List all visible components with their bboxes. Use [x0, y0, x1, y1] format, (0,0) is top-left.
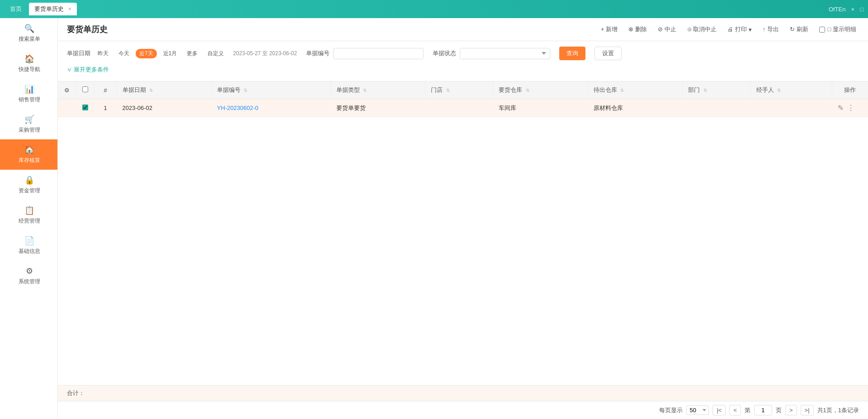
page-next-btn[interactable]: >: [785, 405, 797, 415]
td-num: 1: [94, 99, 117, 117]
tab-history-label: 要货单历史: [34, 5, 64, 13]
delete-button[interactable]: ⊗ 删除: [626, 24, 650, 35]
filter-area: 单据日期 昨天 今天 近7天 近1月 更多 自定义 2023-05-27 至 2…: [58, 41, 868, 81]
th-settings[interactable]: ⚙: [58, 81, 76, 99]
top-bar-right: OfTEn × □: [829, 6, 863, 13]
sort-handler-icon: ⇅: [777, 88, 781, 93]
code-filter-input[interactable]: [333, 48, 424, 59]
sidebar-label-finance: 资金管理: [19, 187, 40, 195]
page-prev-btn[interactable]: <: [729, 405, 741, 415]
lock-icon: 🔒: [24, 175, 34, 185]
print-button[interactable]: 🖨 打印 ▾: [725, 24, 755, 35]
table-header-row: ⚙ # 单据日期 ⇅ 单据编号 ⇅: [58, 81, 868, 99]
status-filter-group: 单据状态: [433, 48, 550, 59]
th-reqwarehouse[interactable]: 要货仓库 ⇅: [493, 81, 588, 99]
sidebar-item-basic[interactable]: 📄 基础信息: [0, 230, 57, 261]
per-page-select[interactable]: 50 10 20 100: [686, 405, 709, 415]
tab-home-label: 首页: [10, 5, 22, 13]
query-button[interactable]: 查询: [559, 47, 585, 60]
td-reqwarehouse: 车间库: [493, 99, 588, 117]
content-area: 要货单历史 + 新增 ⊗ 删除 ⊘ 中止 ⊙ 取消中止 🖨 打印 ▾: [58, 18, 868, 419]
page-unit-label: 页: [776, 406, 782, 414]
pagination: 每页显示 50 10 20 100 |< < 第 页 > >| 共1页，1条记录: [58, 401, 868, 419]
td-dept: [682, 99, 750, 117]
new-button[interactable]: + 新增: [598, 24, 620, 35]
document-icon: 📄: [24, 236, 34, 246]
sidebar-item-inventory[interactable]: 🏠 库存核算: [0, 139, 57, 170]
sort-dept-icon: ⇅: [703, 88, 707, 93]
th-type[interactable]: 单据类型 ⇅: [330, 81, 425, 99]
date-7days[interactable]: 近7天: [136, 49, 157, 58]
cancel-stop-button[interactable]: ⊙ 取消中止: [684, 24, 720, 35]
doc-code-link[interactable]: YH-20230602-0: [217, 105, 259, 111]
gear-icon: ⚙: [26, 266, 33, 276]
export-button[interactable]: ↑ 导出: [760, 24, 782, 35]
td-pendingwarehouse: 原材料仓库: [588, 99, 682, 117]
page-last-btn[interactable]: >|: [801, 405, 814, 415]
edit-icon[interactable]: ✎: [838, 104, 844, 112]
sort-code-icon: ⇅: [244, 88, 247, 93]
date-filter-group: 单据日期 昨天 今天 近7天 近1月 更多 自定义 2023-05-27 至 2…: [67, 49, 297, 58]
new-label: + 新增: [601, 25, 618, 33]
code-filter-label: 单据编号: [306, 49, 330, 57]
print-label: 🖨 打印: [727, 25, 747, 33]
date-range-display: 2023-05-27 至 2023-06-02: [233, 50, 297, 57]
date-more[interactable]: 更多: [183, 49, 201, 58]
th-pendingwarehouse[interactable]: 待出仓库 ⇅: [588, 81, 682, 99]
date-custom[interactable]: 自定义: [204, 49, 227, 58]
sidebar-label-operations: 经营管理: [19, 217, 40, 225]
row-checkbox[interactable]: [82, 105, 88, 110]
sort-date-icon: ⇅: [149, 88, 153, 93]
sort-reqwarehouse-icon: ⇅: [526, 88, 529, 93]
sidebar-label-search: 搜索菜单: [19, 35, 40, 43]
cancel-stop-label: ⊙ 取消中止: [687, 25, 717, 33]
refresh-button[interactable]: ↻ 刷新: [787, 24, 811, 35]
window-maximize-btn[interactable]: □: [860, 6, 863, 13]
status-filter-select[interactable]: [460, 48, 550, 59]
date-today[interactable]: 今天: [115, 49, 133, 58]
sidebar-item-system[interactable]: ⚙ 系统管理: [0, 261, 57, 291]
expand-conditions-button[interactable]: ∨ 展开更多条件: [67, 64, 859, 76]
td-type: 要货单要货: [330, 99, 425, 117]
sidebar-item-operations[interactable]: 📋 经营管理: [0, 200, 57, 230]
top-bar: 首页 要货单历史 × OfTEn × □: [0, 0, 868, 18]
more-icon[interactable]: ⋮: [847, 104, 854, 112]
th-code[interactable]: 单据编号 ⇅: [211, 81, 330, 99]
sidebar-label-basic: 基础信息: [19, 248, 40, 255]
sidebar-item-search[interactable]: 🔍 搜索菜单: [0, 18, 57, 48]
sidebar-label-sales: 销售管理: [19, 96, 40, 104]
th-handler[interactable]: 经手人 ⇅: [750, 81, 832, 99]
td-code: YH-20230602-0: [211, 99, 330, 117]
page-first-btn[interactable]: |<: [712, 405, 726, 415]
table-row: 1 2023-06-02 YH-20230602-0 要货单要货 车间库 原材料…: [58, 99, 868, 117]
sort-shop-icon: ⇅: [446, 88, 450, 93]
sidebar-item-quicknav[interactable]: 🏠 快捷导航: [0, 48, 57, 79]
settings-button[interactable]: 设置: [594, 47, 622, 60]
table-footer: 合计：: [58, 385, 868, 401]
date-shortcuts: 昨天 今天 近7天 近1月 更多 自定义: [94, 49, 227, 58]
show-detail-label: □ 显示明细: [828, 25, 856, 33]
summary-label: 合计：: [67, 389, 85, 397]
th-date[interactable]: 单据日期 ⇅: [117, 81, 211, 99]
chart-icon: 📊: [24, 84, 34, 94]
sidebar-item-finance[interactable]: 🔒 资金管理: [0, 170, 57, 200]
refresh-label: ↻ 刷新: [790, 25, 808, 33]
sidebar-item-sales[interactable]: 📊 销售管理: [0, 79, 57, 109]
window-close-btn[interactable]: ×: [851, 6, 855, 13]
tab-home[interactable]: 首页: [5, 3, 27, 15]
tab-close-icon[interactable]: ×: [68, 6, 71, 12]
th-num: #: [94, 81, 117, 99]
stop-button[interactable]: ⊘ 中止: [655, 24, 679, 35]
often-label: OfTEn: [829, 6, 846, 13]
th-shop[interactable]: 门店 ⇅: [425, 81, 493, 99]
date-yesterday[interactable]: 昨天: [94, 49, 112, 58]
date-1month[interactable]: 近1月: [160, 49, 181, 58]
page-number-input[interactable]: [754, 405, 772, 415]
th-dept[interactable]: 部门 ⇅: [682, 81, 750, 99]
show-detail-button[interactable]: □ 显示明细: [816, 24, 859, 35]
select-all-checkbox[interactable]: [82, 86, 88, 92]
sidebar-item-purchase[interactable]: 🛒 采购管理: [0, 109, 57, 139]
print-dropdown-icon: ▾: [749, 26, 752, 33]
tab-history[interactable]: 要货单历史 ×: [29, 3, 77, 15]
show-detail-checkbox[interactable]: [819, 27, 825, 33]
